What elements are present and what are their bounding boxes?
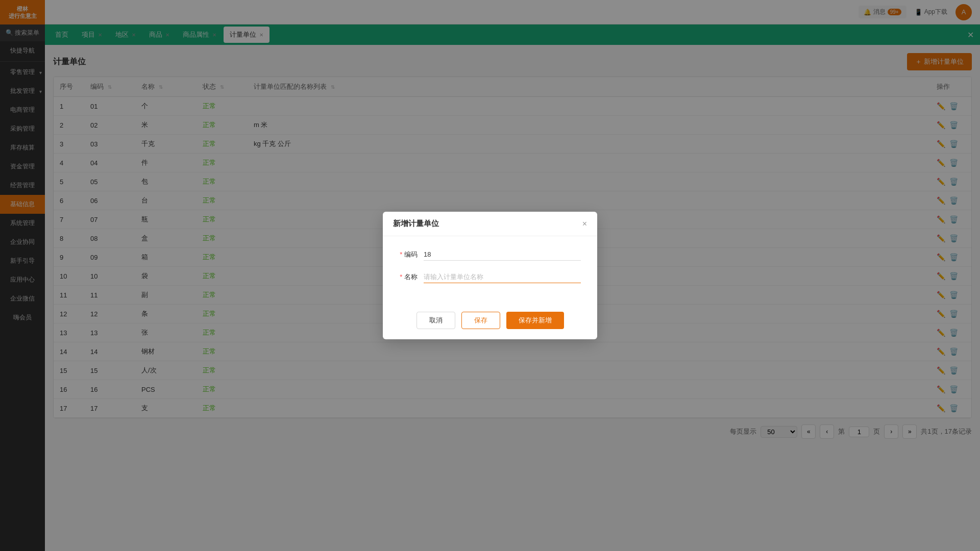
name-input[interactable]	[424, 271, 581, 283]
name-field: * 名称	[399, 271, 581, 283]
modal-footer: 取消 保存 保存并新增	[383, 306, 597, 339]
code-label: * 编码	[399, 250, 418, 259]
cancel-button[interactable]: 取消	[416, 312, 455, 329]
code-field: * 编码	[399, 248, 581, 261]
required-mark-2: *	[400, 273, 402, 281]
modal-overlay[interactable]: 新增计量单位 × * 编码 * 名称 取消 保存 保存并新增	[0, 0, 980, 551]
modal-close-button[interactable]: ×	[582, 219, 587, 229]
save-and-new-button[interactable]: 保存并新增	[506, 312, 564, 329]
modal-header: 新增计量单位 ×	[383, 212, 597, 236]
code-input[interactable]	[424, 248, 581, 261]
modal-body: * 编码 * 名称	[383, 236, 597, 306]
save-button[interactable]: 保存	[461, 312, 500, 329]
add-unit-modal: 新增计量单位 × * 编码 * 名称 取消 保存 保存并新增	[383, 212, 597, 339]
name-label: * 名称	[399, 272, 418, 282]
required-mark: *	[400, 251, 402, 258]
modal-title: 新增计量单位	[393, 219, 439, 229]
